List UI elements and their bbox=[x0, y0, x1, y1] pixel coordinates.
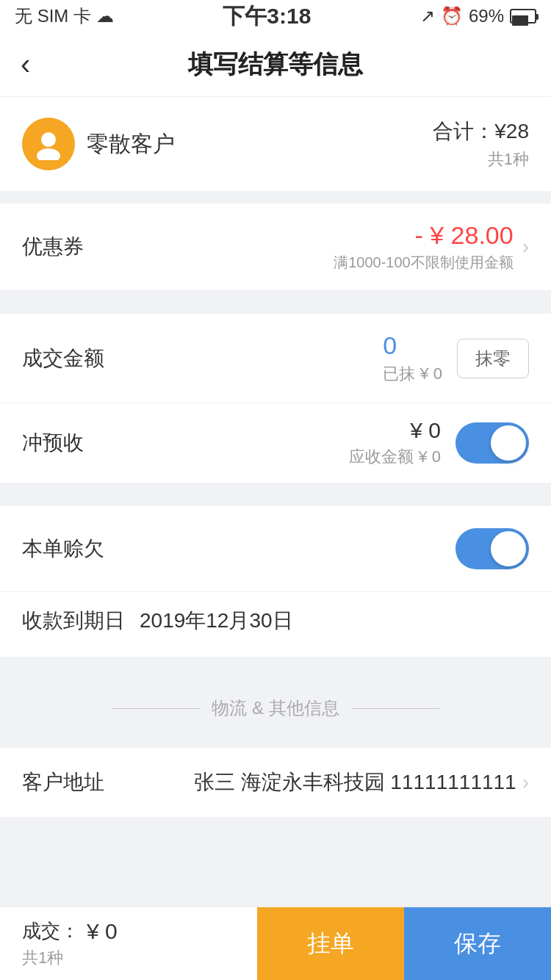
status-right: ↗ ⏰ 69% bbox=[420, 6, 536, 26]
customer-row: 零散客户 合计：¥28 共1种 bbox=[0, 97, 551, 191]
coupon-right: - ¥ 28.00 满1000-100不限制使用金额 › bbox=[334, 221, 529, 273]
divider-1 bbox=[0, 302, 551, 314]
coupon-block: - ¥ 28.00 满1000-100不限制使用金额 bbox=[334, 221, 514, 273]
bottom-deal: 成交： ¥ 0 bbox=[22, 918, 235, 944]
svg-point-0 bbox=[41, 132, 56, 147]
coupon-discount: - ¥ 28.00 bbox=[334, 221, 514, 250]
divider-3 bbox=[0, 669, 551, 680]
bottom-bar: 成交： ¥ 0 共1种 挂单 保存 bbox=[0, 907, 551, 980]
battery-icon bbox=[510, 9, 536, 24]
prepaid-toggle[interactable] bbox=[455, 422, 529, 464]
round-off-button[interactable]: 抹零 bbox=[457, 339, 529, 378]
transaction-sub: 已抹 ¥ 0 bbox=[383, 363, 442, 385]
nav-bar: ‹ 填写结算等信息 bbox=[0, 32, 551, 97]
transaction-right: 0 已抹 ¥ 0 抹零 bbox=[383, 331, 529, 385]
toggle-knob bbox=[491, 425, 526, 461]
total-count: 共1种 bbox=[433, 148, 529, 170]
debt-row: 本单赊欠 bbox=[0, 506, 551, 591]
bottom-spacer bbox=[0, 817, 551, 905]
chevron-right-icon: › bbox=[522, 235, 529, 259]
bottom-count: 共1种 bbox=[22, 947, 235, 969]
logistics-label: 物流 & 其他信息 bbox=[112, 696, 439, 720]
coupon-row[interactable]: 优惠券 - ¥ 28.00 满1000-100不限制使用金额 › bbox=[0, 203, 551, 290]
logistics-section: 物流 & 其他信息 bbox=[0, 680, 551, 736]
prepaid-label: 冲预收 bbox=[22, 429, 84, 457]
page-title: 填写结算等信息 bbox=[188, 48, 363, 82]
coupon-label: 优惠券 bbox=[22, 233, 84, 261]
hold-button[interactable]: 挂单 bbox=[257, 907, 404, 981]
transaction-label: 成交金额 bbox=[22, 345, 104, 372]
customer-section: 零散客户 合计：¥28 共1种 bbox=[0, 97, 551, 191]
address-right: 张三 海淀永丰科技园 11111111111 › bbox=[194, 768, 529, 796]
divider-2 bbox=[0, 494, 551, 506]
address-section[interactable]: 客户地址 张三 海淀永丰科技园 11111111111 › bbox=[0, 748, 551, 817]
alarm-icon: ⏰ bbox=[441, 6, 463, 26]
signal-text: 无 SIM 卡 ☁ bbox=[15, 4, 114, 28]
coupon-desc: 满1000-100不限制使用金额 bbox=[334, 253, 514, 273]
bottom-info: 成交： ¥ 0 共1种 bbox=[0, 918, 257, 969]
status-left: 无 SIM 卡 ☁ bbox=[15, 4, 114, 28]
transaction-value: 0 bbox=[383, 331, 442, 360]
debt-toggle-knob bbox=[491, 531, 526, 566]
due-date-row: 收款到期日 2019年12月30日 bbox=[0, 591, 551, 657]
deal-amount: ¥ 0 bbox=[87, 919, 118, 944]
save-button[interactable]: 保存 bbox=[404, 907, 551, 981]
customer-name: 零散客户 bbox=[87, 129, 175, 159]
battery-text: 69% bbox=[469, 6, 504, 26]
address-chevron-icon: › bbox=[522, 771, 529, 794]
customer-left: 零散客户 bbox=[22, 118, 175, 170]
svg-point-1 bbox=[37, 148, 60, 160]
debt-section: 本单赊欠 收款到期日 2019年12月30日 bbox=[0, 506, 551, 657]
avatar bbox=[22, 118, 75, 170]
due-label: 收款到期日 bbox=[22, 607, 125, 635]
customer-summary: 合计：¥28 共1种 bbox=[433, 118, 529, 170]
deal-label: 成交： bbox=[22, 918, 79, 944]
debt-toggle[interactable] bbox=[455, 528, 529, 569]
transaction-row: 成交金额 0 已抹 ¥ 0 抹零 bbox=[0, 314, 551, 403]
prepaid-amount: ¥ 0 bbox=[349, 418, 441, 443]
due-value: 2019年12月30日 bbox=[140, 607, 293, 635]
coupon-section[interactable]: 优惠券 - ¥ 28.00 满1000-100不限制使用金额 › bbox=[0, 203, 551, 290]
address-row[interactable]: 客户地址 张三 海淀永丰科技园 11111111111 › bbox=[0, 748, 551, 817]
prepaid-right: ¥ 0 应收金额 ¥ 0 bbox=[349, 418, 529, 468]
location-icon: ↗ bbox=[420, 6, 435, 26]
prepaid-row: 冲预收 ¥ 0 应收金额 ¥ 0 bbox=[0, 403, 551, 483]
address-value: 张三 海淀永丰科技园 11111111111 bbox=[194, 768, 516, 796]
status-bar: 无 SIM 卡 ☁ 下午3:18 ↗ ⏰ 69% bbox=[0, 0, 551, 32]
back-button[interactable]: ‹ bbox=[21, 48, 30, 81]
debt-label: 本单赊欠 bbox=[22, 535, 104, 563]
prepaid-sub: 应收金额 ¥ 0 bbox=[349, 446, 441, 468]
transaction-section: 成交金额 0 已抹 ¥ 0 抹零 冲预收 ¥ 0 应收金额 ¥ 0 bbox=[0, 314, 551, 483]
address-label: 客户地址 bbox=[22, 768, 104, 796]
prepaid-amount-wrap: ¥ 0 应收金额 ¥ 0 bbox=[349, 418, 441, 468]
total-amount: 合计：¥28 bbox=[433, 118, 529, 145]
status-time: 下午3:18 bbox=[223, 1, 311, 32]
